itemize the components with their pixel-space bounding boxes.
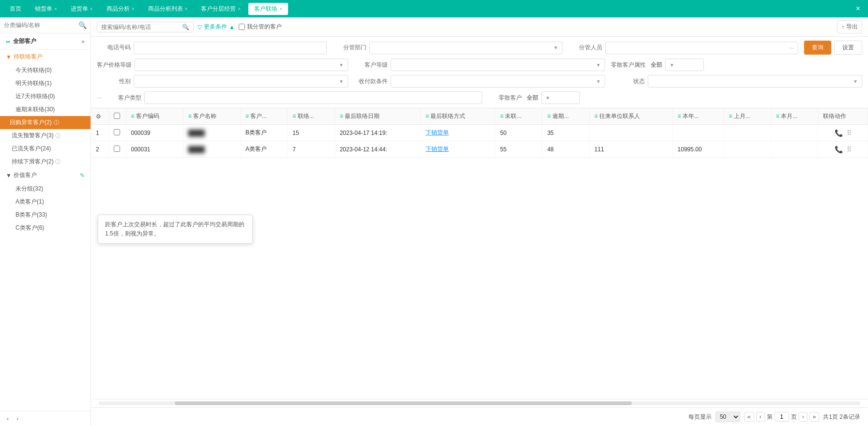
sidebar-search-input[interactable] bbox=[4, 22, 76, 29]
select-all-checkbox[interactable] bbox=[114, 113, 120, 119]
filter-manager-input[interactable]: ··· bbox=[605, 42, 798, 54]
col-lastmonth-sort: ≡ bbox=[729, 113, 732, 119]
filter-retail-customer: 零散客户 全部 ▼ bbox=[488, 91, 863, 104]
filter-price-level-input[interactable]: ▼ bbox=[135, 59, 348, 71]
sidebar-ungroup[interactable]: 未分组(32) bbox=[0, 182, 91, 195]
row1-thismonth bbox=[771, 125, 818, 141]
row2-call-icon[interactable]: 📞 bbox=[835, 146, 843, 153]
sidebar-waiting-arrow: ▼ bbox=[6, 54, 12, 60]
row1-more-icon[interactable]: ⠿ bbox=[847, 129, 852, 137]
row2-thismonth bbox=[771, 141, 818, 158]
col-annual-sort: ≡ bbox=[678, 113, 681, 119]
filter-customer-level-arrow: ▼ bbox=[596, 62, 601, 68]
filter-customer-type-input[interactable] bbox=[144, 91, 482, 104]
nav-customer-tier-close[interactable]: × bbox=[238, 6, 241, 12]
nav-product-analysis-close[interactable]: × bbox=[132, 6, 135, 12]
nav-purchase-close[interactable]: × bbox=[90, 6, 93, 12]
sidebar-overdue-waiting[interactable]: 逾期未联络(30) bbox=[0, 103, 91, 116]
col-lastmonth-header: ≡ 上月... bbox=[724, 108, 771, 125]
more-conditions-btn[interactable]: ▽ 更多条件 ▲ bbox=[198, 23, 235, 31]
filter-phone-input[interactable] bbox=[134, 42, 327, 54]
settings-btn[interactable]: 设置 bbox=[834, 41, 862, 55]
col-type-header: ≡ 客户... bbox=[240, 108, 287, 125]
sidebar-declining-customers[interactable]: 持续下滑客户(2) ⓘ bbox=[0, 155, 91, 168]
first-page-btn[interactable]: « bbox=[744, 412, 754, 422]
nav-close-all[interactable]: × bbox=[852, 2, 864, 15]
filter-gender-input[interactable]: ▼ bbox=[134, 75, 348, 88]
sidebar-repurchase-anomaly[interactable]: 回购异常客户(2) ⓘ bbox=[0, 116, 91, 129]
page-input[interactable] bbox=[775, 412, 789, 422]
sidebar-class-c[interactable]: C类客户(6) bbox=[0, 221, 91, 235]
row1-select-checkbox[interactable] bbox=[114, 129, 120, 135]
filter-payment-input[interactable]: ▼ bbox=[391, 75, 605, 88]
nav-product-analysis[interactable]: 商品分析 × bbox=[101, 3, 140, 15]
table-area[interactable]: ⚙ ≡ 客户编码 ≡ 客户名称 bbox=[91, 108, 868, 399]
top-navigation: 首页 销货单 × 进货单 × 商品分析 × 商品分析列表 × 客户分层经营 × … bbox=[0, 0, 868, 17]
sidebar-class-b[interactable]: B类客户(33) bbox=[0, 208, 91, 221]
sidebar-tomorrow-waiting[interactable]: 明天待联络(1) bbox=[0, 77, 91, 90]
filter-dept-input[interactable]: ▼ bbox=[369, 42, 563, 54]
sidebar-collapse-btn[interactable]: » bbox=[81, 38, 85, 45]
table-settings-icon[interactable]: ⚙ bbox=[96, 113, 101, 120]
nav-product-list[interactable]: 商品分析列表 × bbox=[142, 3, 194, 15]
sidebar-value-edit-icon[interactable]: ✎ bbox=[80, 172, 85, 179]
all-customers-label: 全部客户 bbox=[13, 37, 36, 45]
main-search-icon[interactable]: 🔍 bbox=[182, 24, 189, 30]
nav-customer-contact[interactable]: 客户联络 × bbox=[248, 3, 288, 15]
row1-method-link[interactable]: 下销货单 bbox=[426, 129, 449, 136]
nav-sales-close[interactable]: × bbox=[54, 6, 57, 12]
filter-more-dots[interactable]: ··· bbox=[97, 94, 102, 101]
h-scroll-container[interactable] bbox=[91, 399, 868, 407]
page-label: 第 bbox=[767, 413, 773, 421]
filter-payment-arrow: ▼ bbox=[596, 79, 601, 84]
sidebar-prev-btn[interactable]: ‹ bbox=[4, 414, 12, 423]
col-sort-icon: ≡ bbox=[131, 113, 135, 119]
main-search-input[interactable] bbox=[101, 24, 180, 30]
row2-actions: 📞 ⠿ bbox=[818, 141, 868, 158]
table-row: 1 000039 ████ B类客户 15 2023-04-17 14:19: bbox=[91, 125, 868, 141]
page-end-label: 页 bbox=[791, 413, 797, 421]
filter-retail-customer-label: 零散客户 bbox=[488, 94, 522, 102]
sidebar-waiting-label: 待联络客户 bbox=[14, 53, 43, 61]
sidebar-7day-waiting[interactable]: 近7天待联络(0) bbox=[0, 90, 91, 103]
sidebar-today-waiting[interactable]: 今天待联络(0) bbox=[0, 64, 91, 77]
row2-select-checkbox[interactable] bbox=[114, 146, 120, 152]
sidebar-next-btn[interactable]: › bbox=[14, 414, 21, 423]
main-search-box: 🔍 bbox=[97, 22, 194, 32]
my-customers-toggle[interactable]: 我分管的客户 bbox=[239, 23, 282, 31]
row1-call-icon[interactable]: 📞 bbox=[835, 129, 843, 137]
sidebar-all-customers-header: ▪▪ 全部客户 » bbox=[0, 33, 91, 50]
nav-customer-contact-close[interactable]: × bbox=[279, 6, 282, 12]
next-page-btn[interactable]: › bbox=[799, 412, 807, 422]
nav-sales[interactable]: 销货单 × bbox=[29, 3, 63, 15]
sidebar-waiting-section[interactable]: ▼ 待联络客户 bbox=[0, 50, 91, 64]
sidebar-class-a[interactable]: A类客户(1) bbox=[0, 195, 91, 208]
last-page-btn[interactable]: » bbox=[809, 412, 820, 422]
row2-more-icon[interactable]: ⠿ bbox=[847, 146, 852, 153]
my-customers-checkbox[interactable] bbox=[239, 24, 245, 30]
sidebar: 🔍 ▪▪ 全部客户 » ▼ 待联络客户 今天待联络(0) 明天待联络(1) 近7… bbox=[0, 17, 91, 426]
sidebar-lost-preview[interactable]: 流失预警客户(3) ⓘ bbox=[0, 129, 91, 142]
nav-product-list-close[interactable]: × bbox=[185, 6, 188, 12]
sidebar-lost-customers[interactable]: 已流失客户(24) bbox=[0, 142, 91, 155]
sidebar-value-section-header[interactable]: ▼ 价值客户 ✎ bbox=[0, 168, 91, 182]
filter-manager-dots[interactable]: ··· bbox=[789, 44, 794, 51]
sidebar-search-icon[interactable]: 🔍 bbox=[78, 21, 87, 29]
h-scroll-thumb[interactable] bbox=[175, 401, 632, 405]
query-btn[interactable]: 查询 bbox=[804, 41, 831, 55]
filter-customer-level-input[interactable]: ▼ bbox=[391, 59, 605, 71]
filter-retail-customer-input[interactable]: ▼ bbox=[541, 91, 580, 104]
filter-payment: 收付款条件 ▼ bbox=[354, 75, 605, 88]
filter-status-input[interactable]: ▼ bbox=[648, 75, 862, 88]
page-size-select[interactable]: 50 100 200 bbox=[716, 411, 740, 422]
export-btn[interactable]: ↑ 导出 bbox=[837, 20, 862, 33]
nav-purchase[interactable]: 进货单 × bbox=[65, 3, 99, 15]
filter-manager-label: 分管人员 bbox=[568, 44, 602, 52]
filter-retail-attr-input[interactable]: ▼ bbox=[665, 59, 704, 71]
sidebar-scroll: ▼ 待联络客户 今天待联络(0) 明天待联络(1) 近7天待联络(0) 逾期未联… bbox=[0, 50, 91, 411]
row2-method-link[interactable]: 下销货单 bbox=[426, 146, 449, 152]
nav-customer-tier[interactable]: 客户分层经营 × bbox=[195, 3, 246, 15]
filter-status-label: 状态 bbox=[611, 77, 645, 86]
prev-page-btn[interactable]: ‹ bbox=[756, 412, 765, 422]
nav-home[interactable]: 首页 bbox=[4, 3, 27, 15]
